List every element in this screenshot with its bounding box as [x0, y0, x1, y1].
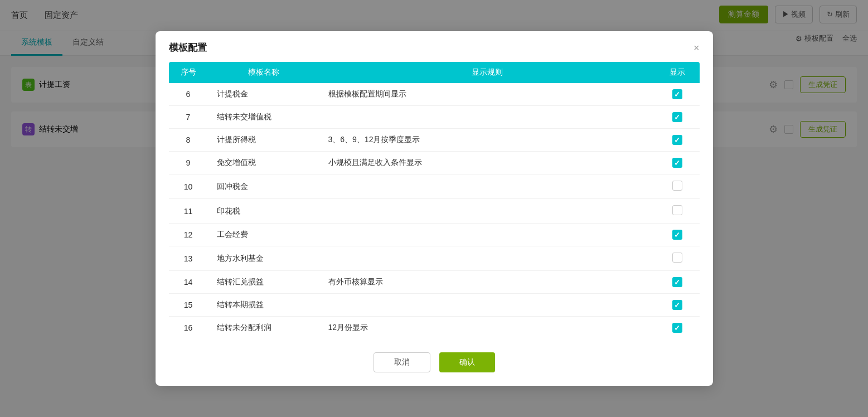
cell-name: 计提所得税: [208, 129, 319, 152]
cell-seq: 15: [169, 294, 208, 317]
row-checkbox[interactable]: [672, 158, 682, 168]
table-row: 6计提税金根据模板配置期间显示: [169, 83, 700, 106]
table-row: 9免交增值税小规模且满足收入条件显示: [169, 152, 700, 174]
cell-seq: 9: [169, 152, 208, 174]
cell-seq: 13: [169, 246, 208, 271]
cell-name: 免交增值税: [208, 152, 319, 174]
cell-checkbox[interactable]: [655, 83, 700, 106]
confirm-button[interactable]: 确认: [439, 352, 495, 372]
cell-rule: 根据模板配置期间显示: [319, 83, 655, 106]
cell-seq: 11: [169, 199, 208, 224]
template-table: 序号 模板名称 显示规则 显示 6计提税金根据模板配置期间显示7结转未交增值税8…: [169, 62, 700, 339]
cell-name: 地方水利基金: [208, 246, 319, 271]
table-scroll-area[interactable]: 序号 模板名称 显示规则 显示 6计提税金根据模板配置期间显示7结转未交增值税8…: [156, 62, 713, 339]
cell-checkbox[interactable]: [655, 106, 700, 129]
cell-name: 结转本期损益: [208, 294, 319, 317]
cell-rule: [319, 294, 655, 317]
cell-rule: 小规模且满足收入条件显示: [319, 152, 655, 174]
row-checkbox[interactable]: [672, 89, 682, 99]
table-row: 14结转汇兑损益有外币核算显示: [169, 271, 700, 294]
table-row: 8计提所得税3、6、9、12月按季度显示: [169, 129, 700, 152]
cell-rule: [319, 224, 655, 246]
row-checkbox[interactable]: [672, 135, 682, 145]
table-row: 11印花税: [169, 199, 700, 224]
col-rule: 显示规则: [319, 62, 655, 83]
dialog-title: 模板配置: [169, 41, 207, 54]
row-checkbox[interactable]: [672, 277, 682, 287]
cell-name: 结转未交增值税: [208, 106, 319, 129]
col-display: 显示: [655, 62, 700, 83]
col-name: 模板名称: [208, 62, 319, 83]
cell-checkbox[interactable]: [655, 199, 700, 224]
cell-checkbox[interactable]: [655, 317, 700, 340]
cell-seq: 16: [169, 317, 208, 340]
table-header-row: 序号 模板名称 显示规则 显示: [169, 62, 700, 83]
cell-checkbox[interactable]: [655, 246, 700, 271]
table-row: 16结转未分配利润12月份显示: [169, 317, 700, 340]
cell-seq: 7: [169, 106, 208, 129]
row-checkbox[interactable]: [672, 205, 682, 215]
cell-name: 工会经费: [208, 224, 319, 246]
table-row: 15结转本期损益: [169, 294, 700, 317]
cell-name: 回冲税金: [208, 174, 319, 199]
cell-checkbox[interactable]: [655, 224, 700, 246]
cell-rule: 12月份显示: [319, 317, 655, 340]
cancel-button[interactable]: 取消: [374, 352, 430, 372]
row-checkbox[interactable]: [672, 112, 682, 122]
cell-rule: [319, 174, 655, 199]
cell-checkbox[interactable]: [655, 294, 700, 317]
cell-seq: 10: [169, 174, 208, 199]
cell-rule: [319, 106, 655, 129]
row-checkbox[interactable]: [672, 300, 682, 310]
template-config-dialog: 模板配置 × 序号 模板名称 显示规则 显示 6计提税金根据模板配置期间显示7结…: [156, 31, 713, 386]
row-checkbox[interactable]: [672, 181, 682, 191]
table-row: 13地方水利基金: [169, 246, 700, 271]
cell-name: 计提税金: [208, 83, 319, 106]
cell-seq: 12: [169, 224, 208, 246]
row-checkbox[interactable]: [672, 253, 682, 263]
cell-checkbox[interactable]: [655, 174, 700, 199]
cell-checkbox[interactable]: [655, 152, 700, 174]
cell-seq: 6: [169, 83, 208, 106]
table-row: 10回冲税金: [169, 174, 700, 199]
cell-rule: 有外币核算显示: [319, 271, 655, 294]
cell-rule: 3、6、9、12月按季度显示: [319, 129, 655, 152]
cell-rule: [319, 246, 655, 271]
cell-rule: [319, 199, 655, 224]
dialog-header: 模板配置 ×: [156, 31, 713, 62]
row-checkbox[interactable]: [672, 230, 682, 240]
cell-checkbox[interactable]: [655, 129, 700, 152]
dialog-footer: 取消 确认: [156, 352, 713, 372]
dialog-close-button[interactable]: ×: [694, 43, 700, 53]
table-row: 12工会经费: [169, 224, 700, 246]
cell-name: 印花税: [208, 199, 319, 224]
cell-seq: 14: [169, 271, 208, 294]
row-checkbox[interactable]: [672, 323, 682, 333]
cell-name: 结转汇兑损益: [208, 271, 319, 294]
cell-name: 结转未分配利润: [208, 317, 319, 340]
cell-checkbox[interactable]: [655, 271, 700, 294]
col-seq: 序号: [169, 62, 208, 83]
cell-seq: 8: [169, 129, 208, 152]
table-row: 7结转未交增值税: [169, 106, 700, 129]
